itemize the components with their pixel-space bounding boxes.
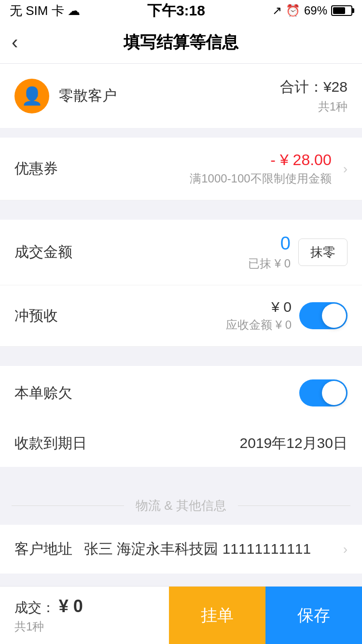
address-section[interactable]: 客户地址 张三 海淀永丰科技园 11111111111 › — [0, 525, 362, 574]
due-date-row: 收款到期日 2019年12月30日 — [0, 420, 362, 467]
no-sim-text: 无 SIM 卡 ☁ — [10, 2, 80, 19]
customer-total-count: 共1种 — [280, 99, 348, 114]
credit-toggle-knob — [322, 381, 346, 405]
coupon-right: - ¥ 28.00 满1000-100不限制使用金额 › — [190, 151, 348, 186]
deal-value[interactable]: 0 — [248, 233, 291, 254]
status-time: 下午3:18 — [147, 1, 205, 21]
prepaid-amount: ¥ 0 — [226, 299, 292, 315]
credit-row: 本单赊欠 — [0, 366, 362, 420]
coupon-chevron-icon: › — [343, 161, 348, 177]
bottom-deal-row: 成交： ¥ 0 — [14, 596, 154, 617]
coupon-row[interactable]: 优惠券 - ¥ 28.00 满1000-100不限制使用金额 › — [0, 138, 362, 200]
customer-name: 零散客户 — [59, 86, 117, 106]
coupon-sub: 满1000-100不限制使用金额 — [190, 171, 331, 186]
deal-section: 成交金额 0 已抹 ¥ 0 抹零 冲预收 ¥ 0 应收金额 ¥ 0 — [0, 220, 362, 347]
bottom-deal-amount: ¥ 0 — [59, 596, 83, 616]
status-right: ↗ ⏰ 69% — [272, 4, 352, 17]
address-chevron-icon: › — [343, 542, 348, 557]
nav-bar: ‹ 填写结算等信息 — [0, 21, 362, 64]
back-button[interactable]: ‹ — [12, 31, 18, 53]
due-date-value: 2019年12月30日 — [240, 434, 348, 453]
prepaid-value-col: ¥ 0 应收金额 ¥ 0 — [226, 299, 292, 333]
battery-text: 69% — [304, 4, 327, 17]
address-label: 客户地址 — [14, 539, 72, 559]
battery-fill — [333, 7, 345, 14]
customer-total-amount: 合计：¥28 — [280, 77, 348, 97]
location-icon: ↗ — [272, 4, 282, 17]
status-left: 无 SIM 卡 ☁ — [10, 2, 80, 19]
coupon-value-col: - ¥ 28.00 满1000-100不限制使用金额 — [190, 151, 331, 186]
deal-row: 成交金额 0 已抹 ¥ 0 抹零 — [0, 220, 362, 285]
credit-label: 本单赊欠 — [14, 383, 72, 403]
customer-section: 👤 零散客户 合计：¥28 共1种 — [0, 64, 362, 128]
credit-right — [299, 379, 348, 406]
avatar-icon: 👤 — [21, 86, 43, 106]
divider-1 — [0, 210, 362, 220]
zero-button[interactable]: 抹零 — [298, 238, 348, 266]
customer-total: 合计：¥28 共1种 — [280, 77, 348, 114]
prepaid-toggle[interactable] — [299, 302, 348, 329]
deal-sub: 已抹 ¥ 0 — [248, 256, 291, 271]
page-title: 填写结算等信息 — [124, 31, 238, 54]
logistics-label: 物流 & 其他信息 — [136, 497, 226, 514]
bottom-left: 成交： ¥ 0 共1种 — [0, 596, 169, 634]
alarm-icon: ⏰ — [286, 4, 300, 17]
prepaid-right: ¥ 0 应收金额 ¥ 0 — [226, 299, 348, 333]
customer-left: 👤 零散客户 — [14, 79, 117, 113]
credit-toggle[interactable] — [299, 379, 348, 406]
address-value: 张三 海淀永丰科技园 11111111111 — [84, 539, 339, 559]
prepaid-row: 冲预收 ¥ 0 应收金额 ¥ 0 — [0, 285, 362, 347]
battery-icon — [331, 5, 352, 16]
prepaid-toggle-knob — [322, 304, 346, 328]
prepaid-sub: 应收金额 ¥ 0 — [226, 317, 292, 333]
coupon-discount: - ¥ 28.00 — [190, 151, 331, 169]
bottom-bar: 成交： ¥ 0 共1种 挂单 保存 — [0, 586, 362, 644]
bottom-deal-label: 成交： — [14, 600, 55, 615]
credit-section: 本单赊欠 收款到期日 2019年12月30日 — [0, 366, 362, 467]
status-bar: 无 SIM 卡 ☁ 下午3:18 ↗ ⏰ 69% — [0, 0, 362, 21]
logistics-divider: 物流 & 其他信息 — [0, 486, 362, 525]
deal-right: 0 已抹 ¥ 0 抹零 — [248, 233, 348, 271]
coupon-section[interactable]: 优惠券 - ¥ 28.00 满1000-100不限制使用金额 › — [0, 138, 362, 200]
coupon-label: 优惠券 — [14, 159, 58, 179]
deal-value-col: 0 已抹 ¥ 0 — [248, 233, 291, 271]
logistics-line-left — [12, 505, 124, 506]
divider-3 — [0, 476, 362, 486]
hang-button[interactable]: 挂单 — [169, 587, 265, 644]
divider-2 — [0, 356, 362, 366]
customer-avatar: 👤 — [14, 79, 49, 113]
logistics-line-right — [238, 505, 350, 506]
deal-label: 成交金额 — [14, 242, 72, 262]
save-button[interactable]: 保存 — [265, 587, 362, 644]
bottom-count: 共1种 — [14, 619, 154, 634]
prepaid-label: 冲预收 — [14, 306, 58, 326]
due-date-label: 收款到期日 — [14, 434, 87, 453]
